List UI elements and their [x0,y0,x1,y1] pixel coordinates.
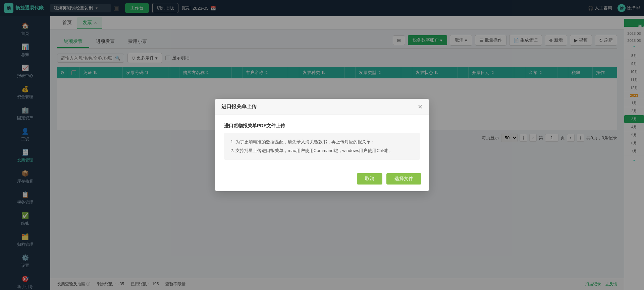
modal-header: 进口报关单上传 ✕ [215,99,429,115]
modal-close-button[interactable]: ✕ [418,104,423,110]
modal-body: 进口货物报关单PDF文件上传 为了更加精准的数据匹配，请先录入海关缴款书，再上传… [215,115,429,168]
select-file-button[interactable]: 选择文件 [386,173,421,185]
modal-title: 进口报关单上传 [221,103,257,110]
modal-overlay: 进口报关单上传 ✕ 进口货物报关单PDF文件上传 为了更加精准的数据匹配，请先录… [0,0,644,290]
modal-footer: 取消 选择文件 [215,168,429,191]
modal-cancel-button[interactable]: 取消 [357,173,382,185]
instruction-2: 支持批量上传进口报关单，mac用户使用Command键，windows用户使用C… [235,146,414,155]
modal-info-box: 为了更加精准的数据匹配，请先录入海关缴款书，再上传对应的报关单； 支持批量上传进… [224,133,420,160]
import-modal: 进口报关单上传 ✕ 进口货物报关单PDF文件上传 为了更加精准的数据匹配，请先录… [215,99,429,191]
modal-section-title: 进口货物报关单PDF文件上传 [224,123,420,129]
instruction-1: 为了更加精准的数据匹配，请先录入海关缴款书，再上传对应的报关单； [235,138,414,146]
